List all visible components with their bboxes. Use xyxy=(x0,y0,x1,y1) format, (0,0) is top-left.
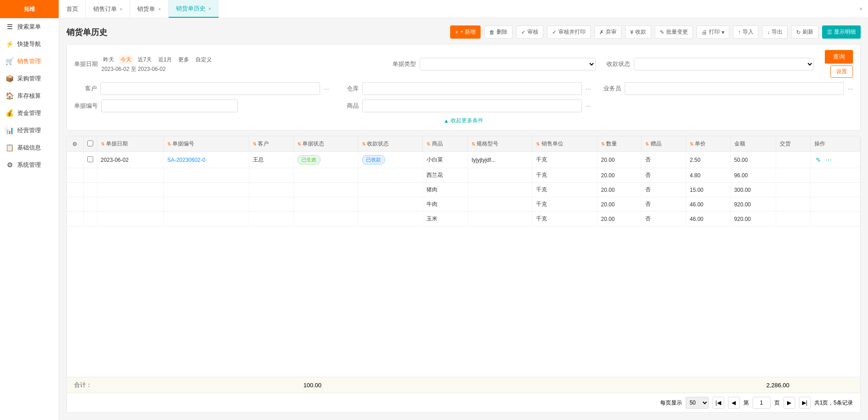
cell-gift: 否 xyxy=(642,168,686,183)
tab-sales-order-close[interactable]: × xyxy=(120,6,122,12)
sidebar-item-quick-nav[interactable]: ⚡ 快捷导航 xyxy=(0,35,59,53)
review-icon: ✓ xyxy=(521,29,526,35)
row-settings xyxy=(67,152,83,168)
goods-input[interactable] xyxy=(362,100,582,112)
page-number-input[interactable] xyxy=(753,397,771,409)
tab-home[interactable]: 首页 xyxy=(59,0,86,18)
delete-button[interactable]: 🗑 删除 xyxy=(484,25,512,39)
new-button[interactable]: + + 新增 xyxy=(450,25,481,39)
edit-action-icon[interactable]: ✎ xyxy=(816,156,821,164)
sidebar-item-label: 系统管理 xyxy=(17,161,41,169)
last-page-button[interactable]: ▶| xyxy=(799,397,811,409)
first-page-button[interactable]: |◀ xyxy=(712,397,724,409)
sidebar-item-label: 库存核算 xyxy=(17,92,41,100)
shortcut-yesterday[interactable]: 昨天 xyxy=(101,55,116,65)
show-detail-button[interactable]: ☰ 显示明细 xyxy=(822,25,861,39)
cell-doc-date xyxy=(97,197,163,212)
cell-goods: 玉米 xyxy=(423,212,468,226)
col-customer[interactable]: ⇅ 客户 xyxy=(249,136,294,152)
shortcut-custom[interactable]: 自定义 xyxy=(194,55,214,65)
col-settings[interactable]: ⚙ xyxy=(67,136,83,152)
doc-no-link[interactable]: SA-20230602-0 xyxy=(167,157,206,163)
shortcut-today[interactable]: 今天 xyxy=(119,55,133,65)
review-button[interactable]: ✓ 审核 xyxy=(516,25,543,39)
sidebar-item-ops-mgmt[interactable]: 📊 经营管理 xyxy=(0,122,59,139)
col-gift[interactable]: ⇅ 赠品 xyxy=(642,136,686,152)
collapse-btn[interactable]: ▲ 收起更多条件 xyxy=(74,117,853,125)
tab-sales-goods-close[interactable]: × xyxy=(158,6,161,12)
filter-date-group: 单据日期 昨天 今天 近7天 近1月 更多 自定义 2023-06-02 至 2… xyxy=(74,55,385,73)
close-all-tabs[interactable]: × xyxy=(854,6,868,12)
warehouse-input[interactable] xyxy=(362,82,582,95)
cell-customer: 王总 xyxy=(249,152,294,168)
payment-status-select[interactable] xyxy=(634,58,814,70)
sidebar-item-label: 快捷导航 xyxy=(17,40,41,48)
sidebar-item-sys-mgmt[interactable]: ⚙ 系统管理 xyxy=(0,156,59,174)
shortcut-more[interactable]: 更多 xyxy=(176,55,191,65)
col-spec-model[interactable]: ⇅ 规格型号 xyxy=(468,136,532,152)
goods-dots: ··· xyxy=(586,102,591,110)
review-print-button[interactable]: ✓ 审核并打印 xyxy=(547,25,591,39)
sidebar-item-search-menu[interactable]: ☰ 搜索菜单 xyxy=(0,18,59,35)
shortcut-7days[interactable]: 近7天 xyxy=(136,55,154,65)
sort-icon-docno: ⇅ xyxy=(167,141,171,146)
more-action-icon[interactable]: ⋯ xyxy=(825,156,832,164)
col-sales-unit[interactable]: ⇅ 销售单位 xyxy=(532,136,597,152)
sidebar-item-basic-info[interactable]: 📋 基础信息 xyxy=(0,139,59,156)
cell-gift: 否 xyxy=(642,183,686,197)
refresh-button[interactable]: ↻ 刷新 xyxy=(791,25,818,39)
batch-change-button[interactable]: ✎ 批量变更 xyxy=(655,25,693,39)
filter-salesperson-group: 业务员 ··· xyxy=(598,82,853,95)
tab-sales-order[interactable]: 销售订单 × xyxy=(86,0,130,18)
select-all-checkbox[interactable] xyxy=(87,140,93,146)
next-page-button[interactable]: ▶ xyxy=(783,397,795,409)
cell-sales-unit: 千克 xyxy=(532,152,597,168)
docno-label: 单据编号 xyxy=(74,102,98,110)
collect-button[interactable]: ¥ 收款 xyxy=(625,25,651,39)
col-quantity[interactable]: ⇅ 数量 xyxy=(597,136,642,152)
cell-quantity: 20.00 xyxy=(597,197,642,212)
cell-goods: 西兰花 xyxy=(423,168,468,183)
sidebar-item-sales-mgmt[interactable]: 🛒 销售管理 xyxy=(0,53,59,70)
per-page-select[interactable]: 50 100 200 xyxy=(686,397,709,409)
cell-transaction xyxy=(776,212,810,226)
customer-input[interactable] xyxy=(100,82,320,95)
export-button[interactable]: ↓ 导出 xyxy=(762,25,788,39)
col-unit-price[interactable]: ⇅ 单价 xyxy=(686,136,730,152)
cell-sales-unit: 千克 xyxy=(532,212,597,226)
tab-sales-history-close[interactable]: × xyxy=(208,6,211,11)
table-row: 2023-06-02 SA-20230602-0 王总 已生效 已收款 小白菜 … xyxy=(67,152,860,168)
salesperson-input[interactable] xyxy=(625,82,844,95)
cell-spec-model xyxy=(468,197,532,212)
cell-transaction xyxy=(776,168,810,183)
abandon-button[interactable]: ✗ 弃审 xyxy=(594,25,622,39)
cell-doc-no xyxy=(163,212,249,226)
prev-page-button[interactable]: ◀ xyxy=(728,397,740,409)
col-doc-no[interactable]: ⇅ 单据编号 xyxy=(163,136,249,152)
cell-doc-date xyxy=(97,183,163,197)
docno-input[interactable] xyxy=(101,100,238,112)
tab-sales-history[interactable]: 销货单历史 × xyxy=(169,0,219,18)
cell-doc-no xyxy=(163,168,249,183)
col-goods[interactable]: ⇅ 商品 xyxy=(423,136,468,152)
sidebar-item-fund-mgmt[interactable]: 💰 资金管理 xyxy=(0,105,59,122)
query-button[interactable]: 查询 xyxy=(825,50,853,64)
col-doc-status[interactable]: ⇅ 单据状态 xyxy=(293,136,358,152)
tab-sales-goods[interactable]: 销货单 × xyxy=(130,0,168,18)
set-button[interactable]: 设置 xyxy=(830,65,853,78)
cell-doc-no[interactable]: SA-20230602-0 xyxy=(163,152,249,168)
tab-bar: 首页 销售订单 × 销货单 × 销货单历史 × × xyxy=(59,0,868,18)
sidebar-item-inventory-calc[interactable]: 🏠 库存核算 xyxy=(0,87,59,105)
purchase-mgmt-icon: 📦 xyxy=(5,75,14,83)
print-button[interactable]: 🖨 打印 ▾ xyxy=(697,25,729,39)
col-doc-date[interactable]: ⇅ 单据日期 xyxy=(97,136,163,152)
col-payment-status[interactable]: ⇅ 收款状态 xyxy=(358,136,423,152)
import-button[interactable]: ↑ 导入 xyxy=(733,25,758,39)
filter-row-2: 客户 ··· 仓库 ··· 业务员 ··· xyxy=(74,82,853,95)
doc-type-select[interactable] xyxy=(420,58,596,70)
shortcut-1month[interactable]: 近1月 xyxy=(156,55,174,65)
row-checkbox[interactable] xyxy=(87,156,93,162)
sidebar-item-label: 采购管理 xyxy=(17,75,41,83)
cell-action xyxy=(811,197,860,212)
sidebar-item-purchase-mgmt[interactable]: 📦 采购管理 xyxy=(0,70,59,87)
